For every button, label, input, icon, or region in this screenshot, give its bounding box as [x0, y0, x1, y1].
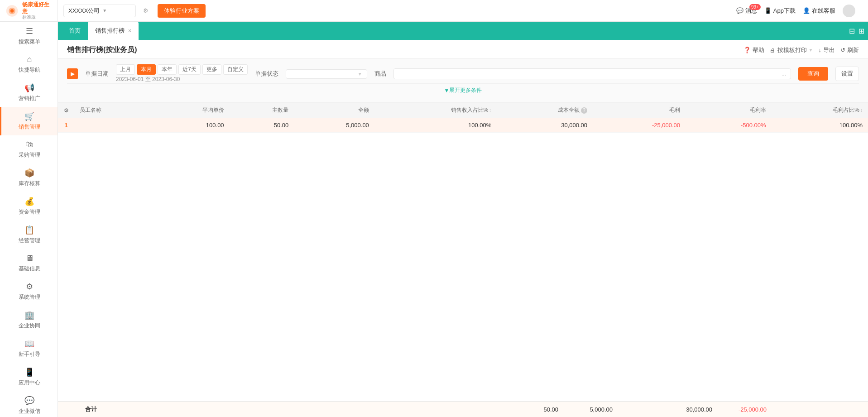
wechat-icon: 💬 — [24, 396, 34, 406]
date-filter-label: 单据日期 — [85, 70, 109, 78]
tab-home[interactable]: 首页 — [62, 22, 88, 40]
purchase-icon: 🛍 — [25, 140, 34, 149]
goods-select[interactable]: ... — [393, 68, 791, 79]
sidebar-item-guide[interactable]: 📖 新手引导 — [0, 334, 58, 363]
col-qty: 主数量 — [230, 103, 294, 118]
sales-icon: 🛒 — [24, 111, 34, 121]
export-icon: ↓ — [819, 47, 822, 53]
sidebar-item-marketing[interactable]: 📢 营销推广 — [0, 78, 58, 107]
guide-icon: 📖 — [24, 339, 34, 349]
basic-icon: 🖥 — [25, 254, 34, 263]
chevron-down-icon: ▼ — [102, 8, 107, 13]
sidebar: ☰ 搜索菜单 ⌂ 快捷导航 📢 营销推广 🛒 销售管理 🛍 采购管理 📦 库存核… — [0, 22, 58, 417]
home-icon: ⌂ — [27, 55, 32, 64]
expand-more-button[interactable]: ▼ 展开更多条件 — [67, 83, 859, 97]
ranking-table: ⚙ 员工名称 平均单价 主数量 全额 销售收入占比%↕ 成本全额? — [58, 103, 868, 133]
footer-cost: 30,000.00 — [663, 406, 718, 413]
svg-point-2 — [10, 9, 14, 12]
date-btn-custom[interactable]: 自定义 — [223, 64, 248, 75]
footer-gross: -25,000.00 — [718, 406, 772, 413]
filter-toggle-icon: ▶ — [71, 71, 75, 77]
sidebar-item-wechat[interactable]: 💬 企业微信 — [0, 391, 58, 417]
message-badge: 99+ — [749, 4, 761, 10]
footer-total-label: 合计 — [80, 405, 116, 413]
help-label: 帮助 — [753, 46, 764, 54]
sidebar-item-label: 基础信息 — [19, 265, 40, 273]
sidebar-item-sales[interactable]: 🛒 销售管理 — [0, 107, 58, 135]
sidebar-item-label: 企业微信 — [19, 407, 40, 415]
date-btn-this-month[interactable]: 本月 — [137, 64, 156, 75]
col-sales-pct[interactable]: 销售收入占比%↕ — [374, 103, 497, 118]
sidebar-item-operations[interactable]: 📋 经营管理 — [0, 220, 58, 249]
col-cost: 成本全额? — [497, 103, 593, 118]
enterprise-icon: 🏢 — [24, 310, 34, 320]
status-filter-label: 单据状态 — [255, 70, 278, 78]
sidebar-item-search[interactable]: ☰ 搜索菜单 — [0, 22, 58, 50]
app-download-button[interactable]: 📱 App下载 — [764, 7, 796, 15]
sidebar-item-quick[interactable]: ⌂ 快捷导航 — [0, 50, 58, 78]
sidebar-item-purchase[interactable]: 🛍 采购管理 — [0, 135, 58, 163]
col-gross: 毛利 — [593, 103, 686, 118]
cost-info-icon[interactable]: ? — [581, 107, 587, 114]
operations-icon: 📋 — [24, 225, 34, 235]
refresh-button[interactable]: ↺ 刷新 — [840, 46, 859, 54]
page-header: 销售排行榜(按业务员) ❓ 帮助 🖨 按模板打印 ▼ ↓ 导出 — [58, 40, 868, 59]
finance-icon: 💰 — [24, 197, 34, 206]
avatar[interactable] — [843, 5, 855, 17]
col-gross-rate: 毛利率 — [686, 103, 772, 118]
sidebar-item-finance[interactable]: 💰 资金管理 — [0, 192, 58, 220]
cell-cost: 30,000.00 — [497, 118, 593, 133]
sidebar-item-label: 快捷导航 — [19, 66, 40, 74]
export-button[interactable]: ↓ 导出 — [819, 46, 835, 54]
sidebar-item-enterprise[interactable]: 🏢 企业协同 — [0, 306, 58, 334]
sidebar-item-apps[interactable]: 📱 应用中心 — [0, 363, 58, 391]
date-btn-this-year[interactable]: 本年 — [158, 64, 177, 75]
settings-icon[interactable]: ⚙ — [143, 7, 149, 14]
query-button[interactable]: 查询 — [798, 67, 828, 81]
tab-close-icon[interactable]: × — [128, 28, 131, 34]
cell-avg-price: 100.00 — [152, 118, 229, 133]
message-button[interactable]: 💬 消息 99+ — [736, 7, 757, 15]
sidebar-item-label: 营销推广 — [19, 95, 40, 102]
sidebar-item-inventory[interactable]: 📦 库存核算 — [0, 163, 58, 192]
cell-qty: 50.00 — [230, 118, 294, 133]
service-label: 在线客服 — [812, 7, 835, 15]
filter-toggle-button[interactable]: ▶ — [67, 68, 78, 79]
company-selector[interactable]: XXXXX公司 ▼ — [63, 5, 136, 17]
sidebar-item-label: 资金管理 — [19, 208, 40, 216]
cell-rank: 1 — [58, 118, 74, 133]
app-icon: 📱 — [764, 7, 772, 14]
filter-settings-button[interactable]: 设置 — [835, 67, 859, 81]
date-btn-7days[interactable]: 近7天 — [178, 64, 201, 75]
footer-qty: 50.00 — [518, 406, 564, 413]
status-select[interactable]: ▼ — [286, 69, 367, 79]
goods-filter-label: 商品 — [374, 70, 386, 78]
sales-pct-sort-icon: ↕ — [489, 108, 491, 113]
sidebar-item-label: 采购管理 — [19, 151, 40, 159]
filter-area: ▶ 单据日期 上月 本月 本年 近7天 更多 自定义 2023-06 — [58, 59, 868, 103]
help-button[interactable]: ❓ 帮助 — [743, 46, 764, 54]
cell-gross: -25,000.00 — [593, 118, 686, 133]
print-button[interactable]: 🖨 按模板打印 ▼ — [770, 46, 813, 54]
tab-sales-ranking[interactable]: 销售排行榜 × — [88, 22, 139, 40]
online-service-button[interactable]: 👤 在线客服 — [803, 7, 835, 15]
export-label: 导出 — [823, 46, 835, 54]
col-gear[interactable]: ⚙ — [58, 103, 74, 118]
logo: 畅康通好生意 标准版 — [0, 0, 58, 22]
sidebar-item-basic[interactable]: 🖥 基础信息 — [0, 249, 58, 277]
sidebar-item-label: 系统管理 — [19, 293, 40, 301]
date-btn-last-month[interactable]: 上月 — [116, 64, 135, 75]
search-menu-icon: ☰ — [26, 26, 33, 36]
sidebar-item-label: 销售管理 — [19, 123, 40, 131]
sidebar-item-system[interactable]: ⚙ 系统管理 — [0, 277, 58, 306]
date-btn-more[interactable]: 更多 — [202, 64, 221, 75]
message-icon: 💬 — [736, 7, 743, 14]
cell-gross-pct: 100.00% — [772, 118, 868, 133]
expand-more-label: 展开更多条件 — [449, 86, 482, 94]
gear-icon[interactable]: ⚙ — [64, 107, 69, 114]
col-gross-pct[interactable]: 毛利占比%↕ — [772, 103, 868, 118]
tab-expand-button[interactable]: ⊞ — [858, 27, 864, 35]
trial-button[interactable]: 体验行业方案 — [158, 4, 206, 18]
cell-gross-rate: -500.00% — [686, 118, 772, 133]
tab-minimize-button[interactable]: ⊟ — [849, 27, 855, 35]
